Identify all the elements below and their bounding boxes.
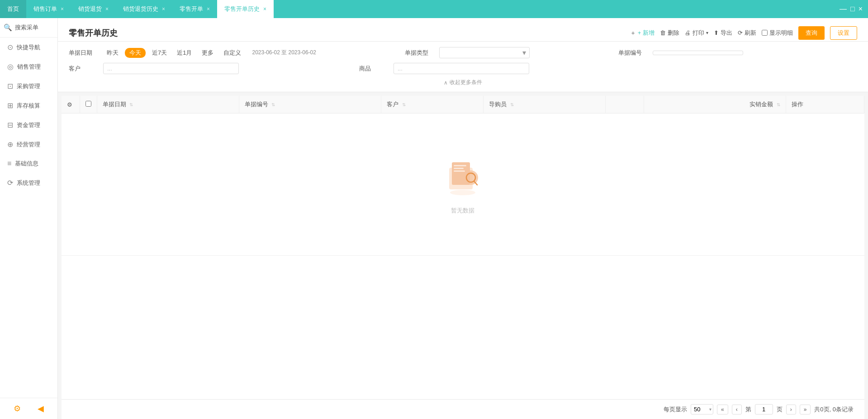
next-page-button[interactable]: › [786, 405, 796, 414]
select-all-checkbox[interactable] [85, 101, 91, 107]
th-guide: 导购员 ⇅ [483, 96, 605, 113]
main-layout: 🔍 搜索采单 ⊙ 快捷导航 ◎ 销售管理 ⊡ 采购管理 ⊞ 库存核算 ⊟ 资金管… [0, 18, 868, 419]
settings-button[interactable]: 设置 [830, 26, 857, 40]
search-icon: 🔍 [4, 24, 12, 32]
prev-page-button[interactable]: ‹ [732, 405, 742, 414]
first-page-button[interactable]: « [717, 405, 728, 414]
display-detail-checkbox[interactable]: 显示明细 [762, 29, 793, 37]
basic-info-icon: ≡ [7, 160, 11, 168]
purchase-mgmt-icon: ⊡ [7, 82, 13, 90]
sidebar-item-basic-info[interactable]: ≡ 基础信息 [0, 154, 57, 173]
page-label-suffix: 页 [777, 405, 783, 414]
empty-icon [440, 154, 485, 199]
sidebar-item-quick-nav[interactable]: ⊙ 快捷导航 [0, 38, 57, 57]
sidebar-item-system[interactable]: ⟳ 系统管理 [0, 173, 57, 193]
sidebar-item-purchase-mgmt[interactable]: ⊡ 采购管理 [0, 76, 57, 96]
customer-sort-icon[interactable]: ⇅ [402, 102, 406, 107]
type-select[interactable] [439, 47, 530, 58]
data-table: ⚙ 单据日期 ⇅ 单据编号 ⇅ [62, 96, 864, 256]
th-guide-label: 导购员 [489, 101, 507, 108]
current-page-input[interactable] [755, 404, 773, 414]
inventory-icon: ⊞ [7, 101, 13, 110]
tab-retail-open-label: 零售开单 [180, 5, 203, 13]
finance-icon: ⊟ [7, 121, 13, 129]
collapse-row[interactable]: ∧ 收起更多条件 [69, 79, 857, 86]
date-sort-icon[interactable]: ⇅ [129, 102, 133, 107]
print-button[interactable]: 🖨 打印 ▾ [685, 29, 708, 37]
svg-point-0 [450, 190, 475, 195]
order-no-sort-icon[interactable]: ⇅ [271, 102, 275, 107]
add-button[interactable]: ＋ + 新增 [630, 29, 655, 37]
tab-sales-return[interactable]: 销货退货 × [71, 0, 116, 18]
tab-retail-open[interactable]: 零售开单 × [172, 0, 217, 18]
delete-button[interactable]: 🗑 删除 [660, 29, 679, 37]
tab-retail-open-close[interactable]: × [207, 6, 210, 12]
refresh-icon: ⟳ [738, 29, 743, 36]
sidebar-item-sales-mgmt-label: 销售管理 [17, 63, 41, 71]
date-label: 单据日期 [69, 49, 96, 57]
tab-sales-order[interactable]: 销售订单 × [26, 0, 71, 18]
tab-sales-return-history-close[interactable]: × [162, 6, 165, 12]
th-order-no: 单据编号 ⇅ [239, 96, 381, 113]
goods-input[interactable]: ... [394, 63, 529, 74]
page-size-label: 每页显示 [664, 405, 687, 414]
goods-dots: ... [398, 65, 403, 72]
date-opt-7days[interactable]: 近7天 [148, 48, 171, 58]
table-area: ⚙ 单据日期 ⇅ 单据编号 ⇅ [62, 96, 864, 399]
tab-retail-open-history[interactable]: 零售开单历史 × [217, 0, 274, 18]
last-page-button[interactable]: » [800, 405, 811, 414]
page-label-prefix: 第 [745, 405, 751, 414]
tab-sales-return-close[interactable]: × [105, 6, 109, 12]
table-body: 暂无数据 [62, 113, 864, 256]
tab-home[interactable]: 首页 [0, 0, 26, 18]
page-header: 零售开单历史 ＋ + 新增 🗑 删除 🖨 打印 ▾ ⬆ 导出 [58, 18, 868, 42]
tab-retail-open-history-close[interactable]: × [263, 6, 266, 12]
sidebar-item-sales-mgmt[interactable]: ◎ 销售管理 [0, 57, 57, 76]
sidebar-search-label: 搜索采单 [15, 24, 38, 32]
tab-sales-return-history-label: 销货退货历史 [123, 5, 158, 13]
date-opt-yesterday[interactable]: 昨天 [103, 48, 122, 58]
add-icon: ＋ [630, 29, 636, 37]
export-button[interactable]: ⬆ 导出 [714, 29, 732, 37]
sidebar-search[interactable]: 🔍 搜索采单 [0, 18, 57, 38]
customer-input[interactable]: ... [103, 63, 239, 74]
tab-sales-order-close[interactable]: × [61, 6, 64, 12]
print-dropdown-icon: ▾ [706, 30, 708, 35]
tab-sales-return-history[interactable]: 销货退货历史 × [116, 0, 172, 18]
page-size-select[interactable]: 50 10 20 100 [691, 404, 713, 414]
guide-sort-icon[interactable]: ⇅ [510, 102, 514, 107]
date-opt-1month[interactable]: 近1月 [173, 48, 195, 58]
sidebar-item-system-label: 系统管理 [17, 179, 40, 187]
th-settings[interactable]: ⚙ [62, 96, 80, 113]
th-spacer [605, 96, 644, 113]
sidebar-item-finance[interactable]: ⊟ 资金管理 [0, 115, 57, 135]
collapse-icon: ∧ [444, 80, 448, 86]
table-settings-icon[interactable]: ⚙ [67, 101, 72, 108]
filter-area: 单据日期 昨天 今天 近7天 近1月 更多 自定义 2023-06-02 至 2… [58, 42, 868, 92]
query-button[interactable]: 查询 [798, 26, 825, 40]
sidebar-settings-icon[interactable]: ⚙ [14, 404, 21, 414]
sidebar-item-inventory-label: 库存核算 [17, 102, 40, 110]
amount-sort-icon[interactable]: ⇅ [777, 102, 780, 107]
window-close-icon[interactable]: × [859, 5, 863, 13]
sidebar-item-operation[interactable]: ⊕ 经营管理 [0, 135, 57, 154]
th-action: 操作 [786, 96, 864, 113]
sidebar-item-inventory[interactable]: ⊞ 库存核算 [0, 96, 57, 115]
minimize-icon[interactable]: — [840, 5, 847, 13]
th-checkbox[interactable] [80, 96, 97, 113]
display-detail-input[interactable] [762, 30, 768, 36]
date-opt-today[interactable]: 今天 [125, 48, 146, 58]
sidebar-collapse-icon[interactable]: ◀ [38, 404, 44, 414]
tab-home-label: 首页 [7, 5, 19, 13]
table-header: ⚙ 单据日期 ⇅ 单据编号 ⇅ [62, 96, 864, 113]
order-no-input[interactable] [653, 51, 743, 55]
th-order-no-label: 单据编号 [245, 101, 268, 108]
date-options: 昨天 今天 近7天 近1月 更多 自定义 [103, 48, 245, 58]
date-opt-more[interactable]: 更多 [198, 48, 217, 58]
th-customer: 客户 ⇅ [381, 96, 483, 113]
date-opt-custom[interactable]: 自定义 [220, 48, 245, 58]
export-icon: ⬆ [714, 29, 719, 36]
maximize-icon[interactable]: □ [850, 5, 855, 13]
refresh-button[interactable]: ⟳ 刷新 [738, 29, 756, 37]
svg-rect-3 [454, 165, 466, 166]
